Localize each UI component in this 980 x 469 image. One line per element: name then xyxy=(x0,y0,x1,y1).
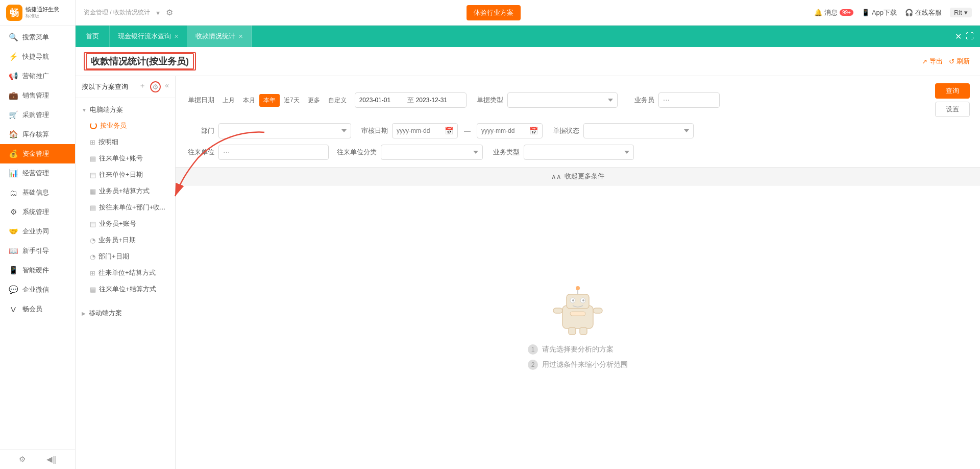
review-date-to-calendar-icon[interactable]: 📅 xyxy=(529,127,538,135)
filter-item-1[interactable]: ⊞按明细 xyxy=(76,134,175,150)
app-download-item[interactable]: 📱 App下载 xyxy=(862,8,897,17)
biz-type-select[interactable] xyxy=(524,145,634,160)
nav-label: 库存核算 xyxy=(22,130,49,139)
filter-item-icon: ▤ xyxy=(90,204,96,212)
nav-label: 智能硬件 xyxy=(22,266,49,275)
logo-icon: 畅 xyxy=(6,5,22,21)
dept-select[interactable] xyxy=(218,123,351,138)
filter-panel-settings-icon[interactable]: ⚙ xyxy=(150,81,161,92)
filter-desktop-arrow: ▼ xyxy=(82,107,87,113)
user-avatar[interactable]: Rit ▾ xyxy=(950,8,972,17)
tab-close-all-icon[interactable]: ✕ xyxy=(955,32,962,41)
tab-maximize-icon[interactable]: ⛶ xyxy=(966,32,974,41)
sidebar-item-经营管理[interactable]: 📊经营管理 xyxy=(0,163,75,183)
partner-classify-label: 往来单位分类 xyxy=(337,148,377,157)
filter-item-10[interactable]: ▤往来单位+结算方式 xyxy=(76,281,175,297)
filter-item-4[interactable]: ▦业务员+结算方式 xyxy=(76,183,175,199)
trial-button[interactable]: 体验行业方案 xyxy=(467,5,521,20)
filter-item-0[interactable]: 按业务员 xyxy=(76,118,175,134)
partner-more-icon[interactable]: ··· xyxy=(223,148,230,157)
nav-label: 系统管理 xyxy=(22,207,49,217)
breadcrumb-dropdown-icon[interactable]: ▾ xyxy=(156,9,160,17)
sidebar-item-销售管理[interactable]: 💼销售管理 xyxy=(0,86,75,105)
empty-text: 1 请先选择要分析的方案 2 用过滤条件来缩小分析范围 xyxy=(528,344,628,370)
sidebar-settings-icon[interactable]: ⚙ xyxy=(19,455,26,464)
filter-item-8[interactable]: ◔部门+日期 xyxy=(76,248,175,265)
nav-label: 搜索菜单 xyxy=(22,33,49,42)
filter-item-5[interactable]: ▤按往来单位+部门+收... xyxy=(76,199,175,216)
partner-label: 往来单位 xyxy=(186,148,214,157)
sidebar-item-库存核算[interactable]: 🏠库存核算 xyxy=(0,125,75,144)
filter-item-2[interactable]: ▤往来单位+账号 xyxy=(76,150,175,167)
notification-label: 消息 xyxy=(824,8,838,17)
review-date-to-input[interactable] xyxy=(481,127,527,134)
tab-bar-right: ✕ ⛶ xyxy=(955,32,980,41)
doc-status-select[interactable] xyxy=(583,123,694,138)
sidebar-item-企业微信[interactable]: 💬企业微信 xyxy=(0,280,75,299)
download-icon: 📱 xyxy=(862,9,870,16)
filter-item-3[interactable]: ▤往来单位+日期 xyxy=(76,167,175,183)
header-gear-icon[interactable]: ⚙ xyxy=(166,8,173,17)
tab-bank-flow[interactable]: 现金银行流水查询 ✕ xyxy=(110,26,187,47)
notification-item[interactable]: 🔔 消息 99+ xyxy=(814,8,853,17)
nav-icon: 📖 xyxy=(8,246,18,255)
sidebar-item-采购管理[interactable]: 🛒采购管理 xyxy=(0,105,75,125)
filter-panel-add-icon[interactable]: ＋ xyxy=(139,81,146,92)
partner-classify-field: 往来单位分类 xyxy=(337,145,483,160)
filter-item-7[interactable]: ◔业务员+日期 xyxy=(76,232,175,248)
online-service-item[interactable]: 🎧 在线客服 xyxy=(905,8,942,17)
svg-rect-10 xyxy=(569,327,576,335)
sidebar-item-搜索菜单[interactable]: 🔍搜索菜单 xyxy=(0,28,75,47)
review-date-from-input[interactable] xyxy=(397,127,443,134)
partner-classify-select[interactable] xyxy=(381,145,483,160)
more-icon[interactable]: ··· xyxy=(663,96,670,105)
date-tab-上月[interactable]: 上月 xyxy=(218,94,239,107)
sidebar-item-畅会员[interactable]: V畅会员 xyxy=(0,299,75,319)
sidebar-item-系统管理[interactable]: ⚙系统管理 xyxy=(0,202,75,222)
settings-button[interactable]: 设置 xyxy=(935,102,970,117)
collapse-bar[interactable]: ∧∧ 收起更多条件 xyxy=(176,168,980,185)
filter-section-desktop-header[interactable]: ▼ 电脑端方案 xyxy=(76,102,175,118)
sidebar-item-企业协同[interactable]: 🤝企业协同 xyxy=(0,222,75,241)
date-from-input[interactable] xyxy=(359,97,405,104)
filter-item-label: 业务员+日期 xyxy=(99,236,136,245)
date-to-input[interactable] xyxy=(416,97,462,104)
query-button[interactable]: 查询 xyxy=(935,83,970,99)
empty-state: 1 请先选择要分析的方案 2 用过滤条件来缩小分析范围 xyxy=(176,185,980,469)
filter-mobile-arrow: ▶ xyxy=(82,311,86,316)
sidebar-item-营销推广[interactable]: 📢营销推广 xyxy=(0,66,75,86)
nav-icon: 🛒 xyxy=(8,110,18,120)
date-tab-更多[interactable]: 更多 xyxy=(304,94,324,107)
filter-item-6[interactable]: ▤业务员+账号 xyxy=(76,216,175,232)
date-tab-自定义[interactable]: 自定义 xyxy=(324,94,351,107)
filter-item-9[interactable]: ⊞往来单位+结算方式 xyxy=(76,265,175,281)
doc-type-select[interactable] xyxy=(507,92,618,108)
sidebar-item-资金管理[interactable]: 💰资金管理 xyxy=(0,144,75,163)
sidebar: 畅 畅捷通好生意 标准版 🔍搜索菜单⚡快捷导航📢营销推广💼销售管理🛒采购管理🏠库… xyxy=(0,0,76,469)
review-date-from-calendar-icon[interactable]: 📅 xyxy=(445,127,453,135)
review-date-field: 审核日期 📅 — 📅 xyxy=(359,123,543,138)
filter-panel-collapse-icon[interactable]: « xyxy=(165,81,169,92)
sidebar-item-新手引导[interactable]: 📖新手引导 xyxy=(0,241,75,261)
tab-collection-stats-close[interactable]: ✕ xyxy=(238,33,243,40)
sidebar-item-智能硬件[interactable]: 📱智能硬件 xyxy=(0,261,75,280)
page-title: 收款情况统计(按业务员) xyxy=(86,53,194,69)
sidebar-item-快捷导航[interactable]: ⚡快捷导航 xyxy=(0,47,75,66)
date-tab-近7天[interactable]: 近7天 xyxy=(280,94,304,107)
export-action[interactable]: ↗ 导出 xyxy=(922,57,943,66)
sidebar-item-基础信息[interactable]: 🗂基础信息 xyxy=(0,183,75,202)
date-tab-本月[interactable]: 本月 xyxy=(239,94,259,107)
sidebar-collapse-icon[interactable]: ◀‖ xyxy=(46,455,57,464)
doc-type-field: 单据类型 xyxy=(475,92,618,108)
tab-bank-flow-close[interactable]: ✕ xyxy=(174,33,179,40)
tab-home[interactable]: 首页 xyxy=(76,26,110,47)
refresh-action[interactable]: ↺ 刷新 xyxy=(949,57,970,66)
filter-item-label: 业务员+账号 xyxy=(99,219,136,228)
tab-collection-stats[interactable]: 收款情况统计 ✕ xyxy=(187,26,252,47)
collapse-up-icon: ∧∧ xyxy=(551,173,561,180)
salesperson-label: 业务员 xyxy=(626,96,654,105)
filter-item-icon: ▤ xyxy=(90,171,96,179)
top-header: 资金管理 / 收款情况统计 ▾ ⚙ 体验行业方案 🔔 消息 99+ 📱 App下… xyxy=(76,0,980,26)
filter-section-mobile-header[interactable]: ▶ 移动端方案 xyxy=(76,306,175,321)
date-tab-本年[interactable]: 本年 xyxy=(259,94,280,107)
